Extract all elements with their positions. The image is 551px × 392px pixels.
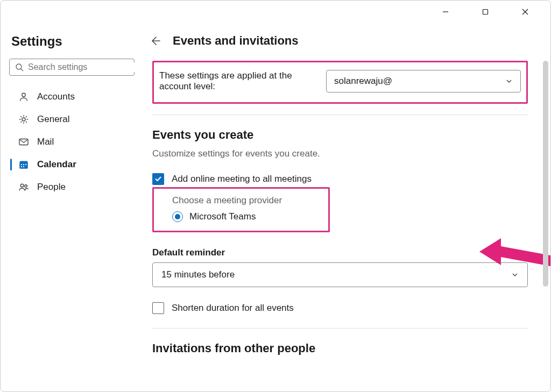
minimize-icon [442,9,449,15]
add-online-meeting-checkbox[interactable] [152,173,164,185]
person-icon [18,91,30,103]
divider [152,115,528,115]
default-reminder-label: Default reminder [152,247,528,258]
default-reminder-value: 15 minutes before [161,269,235,280]
close-button[interactable] [513,4,538,20]
svg-rect-14 [21,166,22,167]
search-icon [15,63,24,72]
sidebar-item-calendar[interactable]: Calendar [9,153,135,176]
chevron-down-icon [511,271,519,279]
main-content: These settings are applied at the accoun… [140,55,539,391]
svg-rect-11 [21,164,22,165]
search-input-wrap[interactable] [9,59,135,76]
arrow-left-icon [149,35,161,47]
sidebar-item-accounts[interactable]: Accounts [9,85,135,108]
account-scope-label: These settings are applied at the accoun… [159,70,310,92]
invitations-heading: Invitations from other people [152,341,528,355]
svg-point-6 [22,93,25,96]
add-online-meeting-label: Add online meeting to all meetings [172,174,312,184]
meeting-provider-radio[interactable]: Microsoft Teams [172,211,319,222]
search-input[interactable] [28,62,136,72]
svg-rect-12 [23,164,24,165]
account-scope-row: These settings are applied at the accoun… [152,61,528,104]
svg-point-7 [22,118,25,121]
page-title: Events and invitations [173,34,299,48]
svg-line-5 [21,69,23,71]
settings-nav: Accounts General Mail Calendar People [9,85,135,198]
gear-icon [18,113,30,125]
add-online-meeting-checkbox-row[interactable]: Add online meeting to all meetings [152,173,528,185]
svg-rect-15 [23,166,24,167]
maximize-icon [482,9,489,15]
sidebar-title: Settings [9,34,135,49]
back-button[interactable] [146,32,164,50]
people-icon [18,181,30,193]
sidebar-item-label: People [37,182,66,193]
meeting-provider-label: Microsoft Teams [189,211,256,222]
scrollbar-thumb[interactable] [543,61,548,287]
account-select[interactable]: solanrewaju@ [326,70,521,92]
sidebar-item-general[interactable]: General [9,108,135,131]
sidebar-item-label: General [37,114,69,125]
minimize-button[interactable] [433,4,458,20]
events-create-heading: Events you create [152,128,528,142]
main-panel: Events and invitations These settings ar… [140,23,550,391]
meeting-provider-heading: Choose a meeting provider [172,195,319,206]
svg-point-17 [25,185,27,188]
svg-rect-10 [20,163,28,169]
radio-icon [172,211,183,222]
shorten-duration-checkbox-row[interactable]: Shorten duration for all events [152,302,528,314]
content-area: Settings Accounts General Mail [1,23,550,391]
meeting-provider-box: Choose a meeting provider Microsoft Team… [152,187,330,232]
sidebar-item-people[interactable]: People [9,176,135,198]
settings-window: Settings Accounts General Mail [0,0,551,392]
shorten-duration-label: Shorten duration for all events [172,303,294,313]
mail-icon [18,136,30,148]
default-reminder-select[interactable]: 15 minutes before [152,262,528,287]
check-icon [154,175,162,183]
sidebar-item-mail[interactable]: Mail [9,131,135,153]
divider [152,328,528,329]
close-icon [522,9,528,15]
window-titlebar [1,1,550,23]
sidebar-item-label: Mail [37,137,54,147]
calendar-icon [18,159,30,170]
svg-rect-1 [483,10,488,15]
sidebar-item-label: Accounts [37,91,75,102]
events-create-sub: Customize settings for events you create… [152,148,528,159]
svg-point-16 [20,184,24,187]
account-select-value: solanrewaju@ [334,76,392,87]
maximize-button[interactable] [473,4,498,20]
svg-point-4 [16,64,22,69]
settings-sidebar: Settings Accounts General Mail [1,23,140,391]
svg-rect-13 [25,164,26,165]
main-header: Events and invitations [140,23,550,56]
shorten-duration-checkbox[interactable] [152,302,164,314]
sidebar-item-label: Calendar [37,159,76,170]
chevron-down-icon [505,77,513,85]
